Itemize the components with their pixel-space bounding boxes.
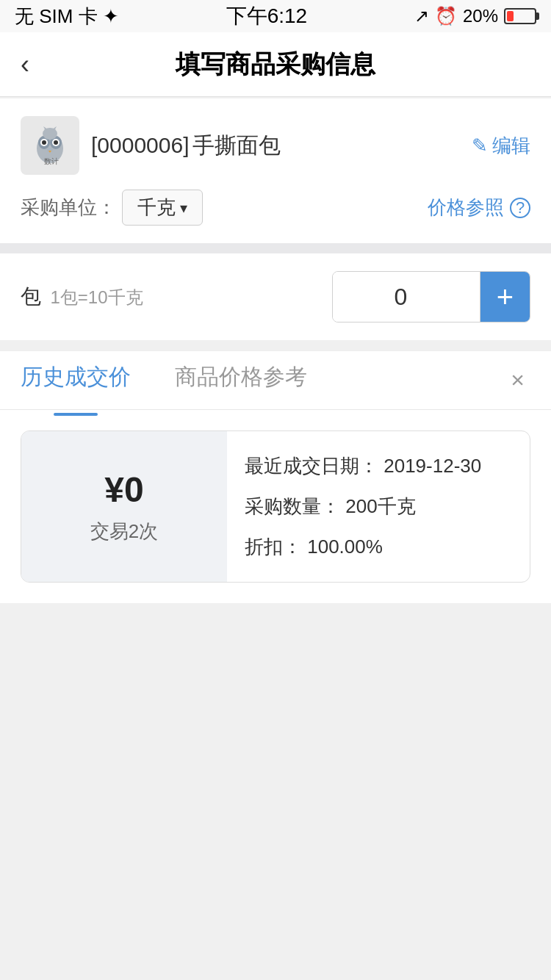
- quantity-unit-label: 包: [21, 285, 41, 308]
- history-content: ¥0 交易2次 最近成交日期： 2019-12-30 采购数量： 200千克 折…: [0, 410, 551, 603]
- dropdown-icon: ▾: [180, 199, 187, 217]
- status-bar: 无 SIM 卡 ✦ 下午6:12 ↗ ⏰ 20%: [0, 0, 551, 32]
- svg-point-6: [54, 140, 58, 145]
- sim-signal: 无 SIM 卡 ✦: [15, 4, 119, 29]
- discount-row: 折扣： 100.00%: [245, 533, 512, 561]
- discount-value: 100.00%: [307, 536, 383, 558]
- purchase-quantity-row: 采购数量： 200千克: [245, 492, 512, 521]
- tab-history-price[interactable]: 历史成交价: [21, 362, 131, 398]
- alarm-icon: ⏰: [435, 6, 457, 26]
- close-button[interactable]: ×: [505, 361, 530, 400]
- discount-label: 折扣：: [245, 536, 302, 558]
- product-header: 数计 [0000006] 手撕面包 ✎ 编辑: [21, 116, 530, 175]
- battery-percent: 20%: [463, 6, 498, 26]
- history-details-section: 最近成交日期： 2019-12-30 采购数量： 200千克 折扣： 100.0…: [227, 431, 530, 582]
- purchase-quantity-value: 200千克: [345, 495, 415, 517]
- quantity-row: 包 1包=10千克 +: [0, 253, 551, 340]
- battery-indicator: [504, 8, 536, 24]
- tab-price-reference[interactable]: 商品价格参考: [175, 362, 307, 398]
- product-name: [0000006] 手撕面包: [91, 131, 281, 161]
- status-left: 无 SIM 卡 ✦: [15, 4, 119, 29]
- tabs-section: 历史成交价 商品价格参考 × ¥0 交易2次 最近成交日期： 2019-12-3…: [0, 350, 551, 603]
- quantity-increment-button[interactable]: +: [480, 272, 530, 322]
- owl-icon: 数计: [28, 123, 72, 167]
- location-icon: ↗: [414, 6, 429, 26]
- svg-point-9: [43, 128, 57, 140]
- price-ref-label: 价格参照: [428, 195, 504, 220]
- price-reference-button[interactable]: 价格参照 ?: [428, 195, 530, 220]
- history-price-section: ¥0 交易2次: [21, 431, 227, 582]
- status-time: 下午6:12: [226, 2, 308, 30]
- product-info: 数计 [0000006] 手撕面包: [21, 116, 281, 175]
- quantity-conversion-label: 1包=10千克: [50, 287, 143, 307]
- history-price-value: ¥0: [104, 469, 143, 510]
- svg-text:数计: 数计: [44, 157, 59, 165]
- quantity-control: +: [332, 271, 530, 323]
- product-title: 手撕面包: [192, 133, 281, 157]
- history-trades-count: 交易2次: [90, 519, 158, 544]
- quantity-label-group: 包 1包=10千克: [21, 283, 143, 311]
- product-unit-row: 采购单位： 千克 ▾ 价格参照 ?: [21, 190, 530, 226]
- page-title: 填写商品采购信息: [176, 48, 375, 82]
- battery-fill: [507, 11, 514, 21]
- product-id: [0000006]: [91, 133, 189, 157]
- product-thumbnail: 数计: [21, 116, 79, 175]
- unit-select[interactable]: 千克 ▾: [122, 190, 203, 226]
- unit-label-text: 采购单位：: [21, 195, 116, 220]
- unit-value: 千克: [137, 195, 176, 220]
- svg-point-5: [42, 140, 46, 145]
- quantity-input[interactable]: [333, 272, 480, 322]
- status-right: ↗ ⏰ 20%: [414, 6, 536, 26]
- recent-date-row: 最近成交日期： 2019-12-30: [245, 452, 512, 480]
- edit-label: 编辑: [492, 133, 530, 159]
- nav-bar: ‹ 填写商品采购信息: [0, 32, 551, 97]
- back-button[interactable]: ‹: [21, 49, 29, 80]
- recent-date-value: 2019-12-30: [383, 455, 481, 477]
- purchase-quantity-label: 采购数量：: [245, 495, 340, 517]
- section-divider: [0, 243, 551, 253]
- recent-date-label: 最近成交日期：: [245, 455, 378, 477]
- edit-button[interactable]: ✎ 编辑: [472, 133, 530, 159]
- edit-icon: ✎: [472, 134, 488, 157]
- tabs-nav: 历史成交价 商品价格参考: [21, 362, 307, 398]
- history-card: ¥0 交易2次 最近成交日期： 2019-12-30 采购数量： 200千克 折…: [21, 430, 530, 583]
- product-card: 数计 [0000006] 手撕面包 ✎ 编辑 采购单位： 千克 ▾ 价格参照 ?: [0, 98, 551, 243]
- price-ref-help-icon: ?: [510, 198, 530, 218]
- tabs-header: 历史成交价 商品价格参考 ×: [0, 351, 551, 410]
- unit-label: 采购单位： 千克 ▾: [21, 190, 203, 226]
